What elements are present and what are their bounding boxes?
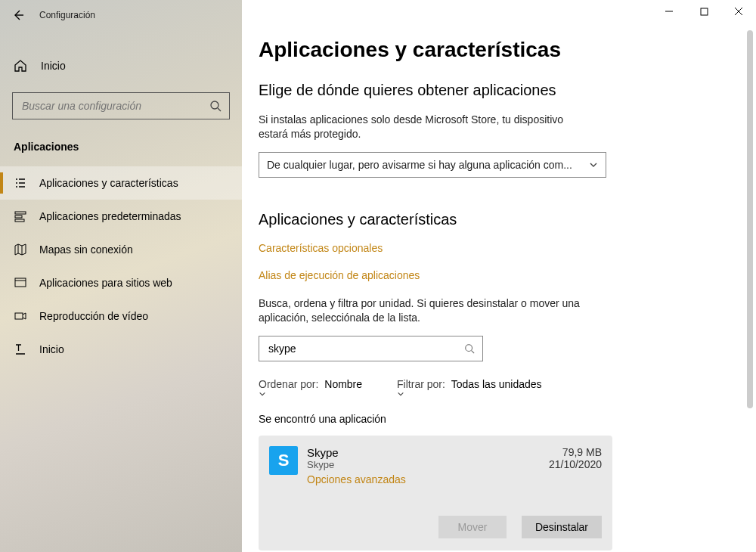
svg-point-0 bbox=[211, 101, 218, 109]
window-title: Configuración bbox=[39, 10, 95, 20]
nav-apps-websites[interactable]: Aplicaciones para sitios web bbox=[0, 266, 242, 299]
startup-icon bbox=[14, 343, 27, 356]
dropdown-value: De cualquier lugar, pero avisarme si hay… bbox=[267, 159, 572, 171]
move-button: Mover bbox=[438, 516, 507, 538]
chevron-down-icon bbox=[589, 160, 598, 169]
app-search-box[interactable] bbox=[259, 336, 483, 361]
advanced-options-link[interactable]: Opciones avanzadas bbox=[307, 473, 549, 485]
svg-rect-6 bbox=[701, 8, 708, 15]
svg-point-7 bbox=[466, 344, 472, 351]
settings-search-input[interactable] bbox=[20, 99, 209, 113]
app-name: Skype bbox=[307, 446, 549, 459]
apps-section-heading: Aplicaciones y características bbox=[259, 211, 726, 228]
map-icon bbox=[14, 243, 27, 256]
search-icon bbox=[209, 100, 222, 112]
main-content: Aplicaciones y características Elige de … bbox=[242, 0, 756, 552]
scrollbar-thumb[interactable] bbox=[747, 30, 753, 408]
nav-startup[interactable]: Inicio bbox=[0, 333, 242, 366]
maximize-icon bbox=[700, 8, 708, 16]
source-description: Si instalas aplicaciones solo desde Micr… bbox=[259, 113, 591, 141]
maximize-button[interactable] bbox=[686, 0, 721, 23]
app-publisher: Skype bbox=[307, 459, 549, 470]
chevron-down-icon bbox=[397, 390, 547, 398]
minimize-icon bbox=[665, 7, 674, 16]
source-heading: Elige de dónde quieres obtener aplicacio… bbox=[259, 82, 726, 99]
sidebar: Configuración Inicio Aplicaciones Aplica… bbox=[0, 0, 242, 552]
nav-apps-features[interactable]: Aplicaciones y características bbox=[0, 166, 242, 200]
execution-aliases-link[interactable]: Alias de ejecución de aplicaciones bbox=[259, 269, 726, 281]
svg-rect-4 bbox=[15, 278, 26, 287]
settings-search[interactable] bbox=[12, 92, 230, 119]
minimize-button[interactable] bbox=[652, 0, 686, 23]
back-button[interactable] bbox=[6, 3, 30, 27]
filter-row: Ordenar por: Nombre Filtrar por: Todas l… bbox=[259, 378, 726, 398]
uninstall-button[interactable]: Desinstalar bbox=[522, 516, 602, 538]
website-icon bbox=[14, 276, 27, 290]
filter-desc: Busca, ordena y filtra por unidad. Si qu… bbox=[259, 296, 591, 325]
nav-offline-maps[interactable]: Mapas sin conexión bbox=[0, 233, 242, 266]
app-search-input[interactable] bbox=[267, 342, 464, 355]
category-header: Aplicaciones bbox=[14, 141, 228, 153]
app-size: 79,9 MB bbox=[549, 446, 602, 458]
arrow-left-icon bbox=[12, 9, 24, 21]
video-icon bbox=[14, 309, 27, 323]
filter-control[interactable]: Filtrar por: Todas las unidades bbox=[397, 378, 547, 398]
svg-rect-2 bbox=[15, 216, 22, 218]
page-heading: Aplicaciones y características bbox=[259, 38, 726, 62]
defaults-icon bbox=[14, 209, 27, 223]
skype-icon: S bbox=[269, 446, 298, 475]
nav-home-label: Inicio bbox=[41, 60, 66, 72]
close-icon bbox=[734, 7, 743, 16]
svg-rect-5 bbox=[15, 313, 23, 319]
search-icon bbox=[464, 343, 475, 354]
result-count: Se encontró una aplicación bbox=[259, 413, 726, 425]
chevron-down-icon bbox=[259, 390, 367, 398]
close-button[interactable] bbox=[721, 0, 756, 23]
window-controls bbox=[652, 0, 756, 23]
app-source-dropdown[interactable]: De cualquier lugar, pero avisarme si hay… bbox=[259, 152, 606, 178]
nav-default-apps[interactable]: Aplicaciones predeterminadas bbox=[0, 200, 242, 233]
home-icon bbox=[14, 59, 29, 73]
app-card[interactable]: S Skype Skype Opciones avanzadas 79,9 MB… bbox=[259, 436, 612, 550]
list-icon bbox=[14, 176, 27, 190]
sort-control[interactable]: Ordenar por: Nombre bbox=[259, 378, 367, 398]
nav-home[interactable]: Inicio bbox=[14, 51, 242, 80]
nav-video-playback[interactable]: Reproducción de vídeo bbox=[0, 299, 242, 333]
svg-rect-3 bbox=[15, 219, 24, 222]
app-date: 21/10/2020 bbox=[549, 458, 602, 470]
scrollbar[interactable] bbox=[745, 30, 754, 547]
svg-rect-1 bbox=[15, 212, 26, 214]
optional-features-link[interactable]: Características opcionales bbox=[259, 242, 726, 254]
titlebar: Configuración bbox=[0, 0, 242, 30]
